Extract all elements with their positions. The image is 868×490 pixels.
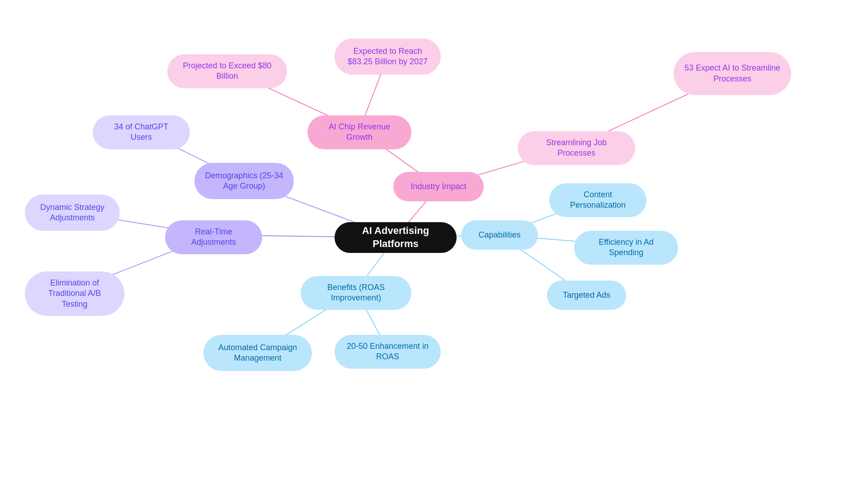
node-contentPersonalization[interactable]: Content Personalization	[549, 183, 646, 217]
node-roasEnhancement[interactable]: 20-50 Enhancement in ROAS	[335, 335, 441, 369]
node-dynamicStrategy[interactable]: Dynamic Strategy Adjustments	[25, 195, 120, 231]
node-targetedAds[interactable]: Targeted Ads	[547, 281, 626, 310]
node-demographics[interactable]: Demographics (25-34 Age Group)	[194, 163, 294, 199]
mindmap-container: AI Advertising PlatformsIndustry ImpactA…	[0, 0, 868, 490]
node-projectedExceed[interactable]: Projected to Exceed $80 Billion	[167, 54, 287, 88]
node-streamliningJob[interactable]: Streamlining Job Processes	[518, 131, 635, 165]
node-capabilities[interactable]: Capabilities	[461, 220, 538, 250]
node-efficiencyAdSpending[interactable]: Efficiency in Ad Spending	[574, 231, 678, 265]
node-chatGPTUsers[interactable]: 34 of ChatGPT Users	[93, 115, 190, 149]
node-benefitsROAS[interactable]: Benefits (ROAS Improvement)	[301, 276, 411, 310]
node-industryImpact[interactable]: Industry Impact	[393, 172, 484, 201]
node-expectAI[interactable]: 53 Expect AI to Streamline Processes	[674, 52, 791, 95]
node-eliminationAB[interactable]: Elimination of Traditional A/B Testing	[25, 271, 124, 316]
node-realTimeAdjustments[interactable]: Real-Time Adjustments	[165, 220, 262, 254]
node-automatedCampaign[interactable]: Automated Campaign Management	[203, 335, 312, 371]
node-aiChipRevenue[interactable]: AI Chip Revenue Growth	[307, 115, 411, 149]
node-expectedReach[interactable]: Expected to Reach $83.25 Billion by 2027	[335, 38, 441, 75]
node-center[interactable]: AI Advertising Platforms	[335, 222, 457, 253]
